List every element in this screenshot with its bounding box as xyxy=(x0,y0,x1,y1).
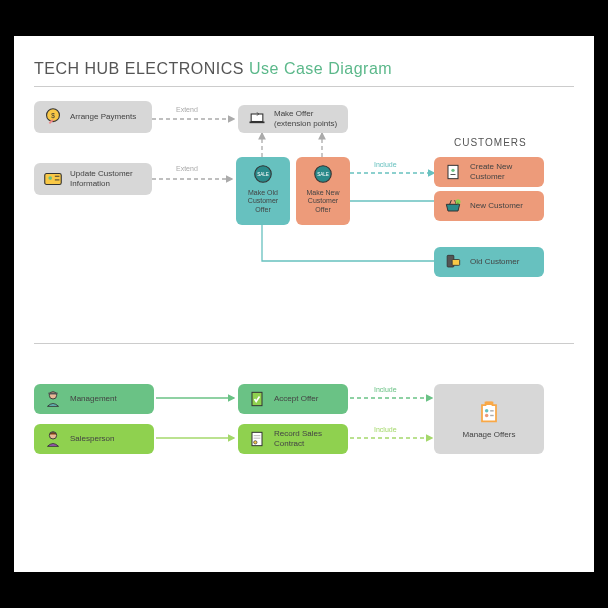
diagram-page: TECH HUB ELECTRONICS Use Case Diagram $ … xyxy=(14,36,594,572)
node-old-customer[interactable]: Old Customer xyxy=(434,247,544,277)
basket-plus-icon: + xyxy=(442,195,464,217)
divider xyxy=(34,86,574,87)
svg-point-40 xyxy=(485,414,489,418)
id-card-icon xyxy=(42,168,64,190)
svg-text:SALE: SALE xyxy=(257,172,269,177)
node-management[interactable]: Management xyxy=(34,384,154,414)
title-main: TECH HUB ELECTRONICS xyxy=(34,60,244,77)
node-arrange-payments[interactable]: $ Arrange Payments xyxy=(34,101,152,133)
node-make-offer[interactable]: Make Offer (extension points) xyxy=(238,105,348,133)
node-make-old-offer[interactable]: SALE Make Old Customer Offer xyxy=(236,157,290,225)
node-label: Arrange Payments xyxy=(70,112,136,122)
node-label: Management xyxy=(70,394,117,404)
svg-rect-33 xyxy=(252,432,262,445)
node-manage-offers[interactable]: Manage Offers xyxy=(434,384,544,454)
node-record-sales[interactable]: Record Sales Contract xyxy=(238,424,348,454)
manager-person-icon xyxy=(42,388,64,410)
node-label: Make New Customer Offer xyxy=(300,189,346,214)
node-create-new-customer[interactable]: Create New Customer xyxy=(434,157,544,187)
svg-point-9 xyxy=(48,176,52,180)
svg-text:SALE: SALE xyxy=(317,172,329,177)
extend-label: Extend xyxy=(176,106,198,113)
extend-label: Extend xyxy=(176,165,198,172)
node-make-new-offer[interactable]: SALE Make New Customer Offer xyxy=(296,157,350,225)
node-label: Make Offer (extension points) xyxy=(274,109,340,128)
node-label: Salesperson xyxy=(70,434,114,444)
node-label: Record Sales Contract xyxy=(274,429,340,448)
node-new-customer[interactable]: + New Customer xyxy=(434,191,544,221)
svg-point-38 xyxy=(485,409,489,413)
sale-badge-icon: SALE xyxy=(252,163,274,185)
include-label: Include xyxy=(374,386,397,393)
node-label: Make Old Customer Offer xyxy=(240,189,286,214)
svg-text:$: $ xyxy=(51,112,55,119)
phone-card-icon xyxy=(442,251,464,273)
svg-rect-13 xyxy=(250,122,265,124)
svg-rect-8 xyxy=(45,174,62,185)
title-sub: Use Case Diagram xyxy=(249,60,392,77)
document-user-icon xyxy=(442,161,464,183)
divider xyxy=(34,343,574,344)
node-label: New Customer xyxy=(470,201,523,211)
svg-rect-30 xyxy=(48,393,57,395)
node-update-customer-info[interactable]: Update Customer Information xyxy=(34,163,152,195)
payment-icon: $ xyxy=(42,106,64,128)
svg-point-36 xyxy=(254,441,257,444)
salesperson-icon xyxy=(42,428,64,450)
checkmark-doc-icon xyxy=(246,388,268,410)
diagram-canvas-top: $ Arrange Payments Extend Update Custome… xyxy=(34,101,574,331)
node-label: Create New Customer xyxy=(470,162,536,181)
include-label: Include xyxy=(374,161,397,168)
include-label: Include xyxy=(374,426,397,433)
page-title: TECH HUB ELECTRONICS Use Case Diagram xyxy=(34,60,574,78)
svg-point-19 xyxy=(451,169,454,172)
laptop-icon xyxy=(246,108,268,130)
node-label: Old Customer xyxy=(470,257,519,267)
node-accept-offer[interactable]: Accept Offer xyxy=(238,384,348,414)
clipboard-icon xyxy=(475,398,503,426)
node-label: Update Customer Information xyxy=(70,169,144,188)
svg-rect-24 xyxy=(452,260,460,266)
sale-badge-icon: SALE xyxy=(312,163,334,185)
customers-header: CUSTOMERS xyxy=(454,137,527,148)
node-label: Accept Offer xyxy=(274,394,318,404)
diagram-canvas-bottom: Management Salesperson Accept Offer Reco… xyxy=(34,362,574,492)
svg-rect-37 xyxy=(486,402,493,406)
node-label: Manage Offers xyxy=(463,430,516,440)
node-salesperson[interactable]: Salesperson xyxy=(34,424,154,454)
contract-icon xyxy=(246,428,268,450)
